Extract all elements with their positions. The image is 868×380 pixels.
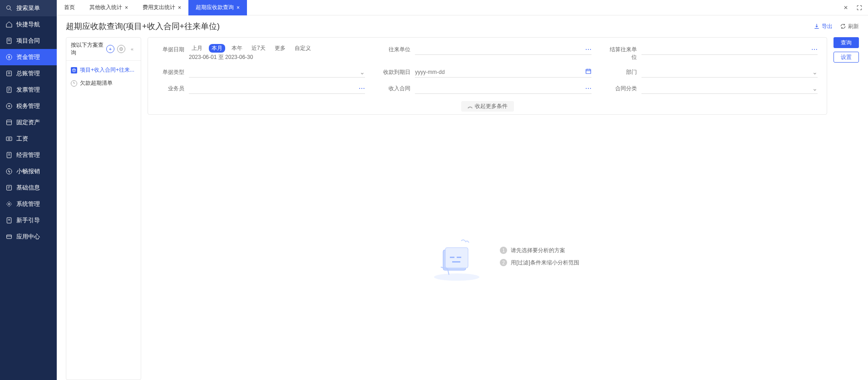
svg-rect-16 bbox=[586, 69, 591, 73]
close-all-icon[interactable]: ✕ bbox=[842, 4, 850, 12]
sidebar-item-label: 经营管理 bbox=[16, 151, 40, 159]
sidebar-item-info[interactable]: 基础信息 bbox=[0, 180, 57, 196]
filter-label: 单据日期 bbox=[157, 44, 189, 54]
calendar-icon[interactable] bbox=[585, 68, 592, 76]
sidebar-item-salary[interactable]: 工资 bbox=[0, 131, 57, 147]
close-icon[interactable]: × bbox=[237, 5, 240, 11]
tab-home[interactable]: 首页 bbox=[57, 0, 82, 15]
more-icon[interactable]: ⋯ bbox=[811, 46, 818, 53]
date-quick-picker: 上月 本月 本年 近7天 更多 自定义 bbox=[189, 44, 365, 53]
sidebar-item-contract[interactable]: 项目合同 bbox=[0, 33, 57, 49]
empty-step-1: 1 请先选择要分析的方案 bbox=[500, 247, 579, 254]
filter-label: 收款到期日 bbox=[383, 67, 415, 76]
sidebar-item-search[interactable]: 搜索菜单 bbox=[0, 0, 57, 16]
sidebar-item-apps[interactable]: 应用中心 bbox=[0, 229, 57, 245]
tab-overdue-query[interactable]: 超期应收款查询× bbox=[188, 0, 247, 15]
svg-rect-22 bbox=[452, 261, 460, 263]
export-label: 导出 bbox=[822, 23, 833, 30]
date-quick-this-year[interactable]: 本年 bbox=[229, 44, 245, 53]
doc-type-input[interactable] bbox=[189, 69, 356, 75]
date-quick-custom[interactable]: 自定义 bbox=[292, 44, 314, 53]
contract-type-input[interactable] bbox=[641, 85, 809, 92]
sidebar-item-guide[interactable]: 新手引导 bbox=[0, 212, 57, 229]
due-date-input[interactable] bbox=[415, 69, 582, 75]
sidebar-item-invoice[interactable]: 发票管理 bbox=[0, 82, 57, 98]
sidebar-item-ledger[interactable]: 总账管理 bbox=[0, 65, 57, 82]
close-icon[interactable]: × bbox=[125, 5, 128, 11]
sidebar-item-label: 税务管理 bbox=[16, 102, 40, 110]
scheme-header-label: 按以下方案查询 bbox=[71, 41, 106, 57]
tab-other-income[interactable]: 其他收入统计× bbox=[82, 0, 135, 15]
scheme-settings-button[interactable]: ⚙ bbox=[117, 45, 125, 53]
filter-dept: 部门 ⌄ bbox=[610, 67, 818, 78]
partner-input[interactable] bbox=[415, 46, 582, 53]
filter-label: 部门 bbox=[610, 67, 641, 76]
filter-partner: 往来单位 ⋯ bbox=[383, 44, 591, 61]
sidebar-item-label: 工资 bbox=[16, 135, 28, 143]
tax-icon bbox=[5, 102, 13, 110]
date-quick-more[interactable]: 更多 bbox=[272, 44, 288, 53]
step-number: 1 bbox=[500, 247, 507, 254]
chevron-down-icon[interactable]: ⌄ bbox=[812, 68, 818, 76]
scheme-header: 按以下方案查询 + ⚙ « bbox=[66, 38, 141, 61]
tab-expense[interactable]: 费用支出统计× bbox=[135, 0, 188, 15]
svg-rect-21 bbox=[457, 257, 461, 258]
sidebar-item-money[interactable]: 资金管理 bbox=[0, 49, 57, 65]
query-button[interactable]: 查询 bbox=[833, 37, 859, 48]
dept-input[interactable] bbox=[641, 69, 809, 75]
money-icon bbox=[5, 54, 13, 61]
filter-contract-type: 合同分类 ⌄ bbox=[610, 83, 818, 94]
collapse-panel-button[interactable]: « bbox=[128, 45, 136, 53]
sidebar-item-system[interactable]: 系统管理 bbox=[0, 196, 57, 212]
clock-icon bbox=[71, 80, 77, 87]
filter-sales: 业务员 ⋯ bbox=[157, 83, 365, 94]
collapse-filters-button[interactable]: ︽ 收起更多条件 bbox=[461, 101, 514, 112]
sidebar-item-operate[interactable]: 经营管理 bbox=[0, 147, 57, 163]
refresh-icon bbox=[840, 23, 846, 29]
date-quick-this-month[interactable]: 本月 bbox=[209, 44, 225, 53]
sidebar-item-label: 新手引导 bbox=[16, 216, 40, 224]
sidebar-item-asset[interactable]: 固定资产 bbox=[0, 114, 57, 131]
export-icon bbox=[814, 23, 820, 29]
refresh-button[interactable]: 刷新 bbox=[840, 23, 859, 30]
sidebar-item-label: 应用中心 bbox=[16, 233, 40, 241]
sidebar-item-home[interactable]: 快捷导航 bbox=[0, 16, 57, 33]
fullscreen-icon[interactable] bbox=[855, 4, 863, 12]
close-icon[interactable]: × bbox=[178, 5, 181, 11]
add-scheme-button[interactable]: + bbox=[106, 45, 114, 53]
empty-illustration bbox=[427, 232, 486, 282]
export-button[interactable]: 导出 bbox=[814, 23, 833, 30]
sidebar-item-label: 小畅报销 bbox=[16, 167, 40, 175]
tab-label: 费用支出统计 bbox=[143, 4, 175, 11]
scheme-panel: 按以下方案查询 + ⚙ « 项目+收入合同+往来... 欠款超期清单 bbox=[66, 37, 141, 380]
svg-rect-15 bbox=[7, 235, 12, 239]
sales-input[interactable] bbox=[189, 85, 356, 92]
refresh-label: 刷新 bbox=[848, 23, 859, 30]
date-quick-last-month[interactable]: 上月 bbox=[189, 44, 205, 53]
sidebar-item-label: 发票管理 bbox=[16, 86, 40, 94]
more-icon[interactable]: ⋯ bbox=[585, 46, 592, 53]
tab-label: 其他收入统计 bbox=[89, 4, 122, 11]
page-title: 超期应收款查询(项目+收入合同+往来单位) bbox=[66, 21, 220, 32]
chevron-down-icon[interactable]: ⌄ bbox=[360, 68, 365, 76]
date-quick-7days[interactable]: 近7天 bbox=[249, 44, 268, 53]
sidebar-item-label: 搜索菜单 bbox=[16, 4, 40, 12]
income-contract-input[interactable] bbox=[415, 85, 582, 92]
svg-rect-3 bbox=[7, 71, 12, 76]
settle-partner-input[interactable] bbox=[641, 46, 809, 53]
scheme-item-overdue-list[interactable]: 欠款超期清单 bbox=[66, 77, 141, 90]
scheme-item-project-contract-partner[interactable]: 项目+收入合同+往来... bbox=[66, 63, 141, 77]
filter-panel: 单据日期 上月 本月 本年 近7天 更多 自定义 bbox=[148, 37, 827, 115]
more-icon[interactable]: ⋯ bbox=[585, 85, 592, 92]
step-number: 2 bbox=[500, 259, 507, 266]
sidebar-item-label: 项目合同 bbox=[16, 37, 40, 45]
sidebar-item-reimburse[interactable]: 小畅报销 bbox=[0, 163, 57, 180]
step-text: 请先选择要分析的方案 bbox=[511, 247, 565, 254]
sidebar-item-tax[interactable]: 税务管理 bbox=[0, 98, 57, 114]
svg-point-12 bbox=[8, 203, 10, 205]
settings-button[interactable]: 设置 bbox=[833, 52, 859, 63]
more-icon[interactable]: ⋯ bbox=[359, 85, 365, 92]
chevron-down-icon[interactable]: ⌄ bbox=[812, 85, 818, 92]
sidebar-item-label: 资金管理 bbox=[16, 53, 40, 61]
search-icon bbox=[5, 5, 13, 12]
